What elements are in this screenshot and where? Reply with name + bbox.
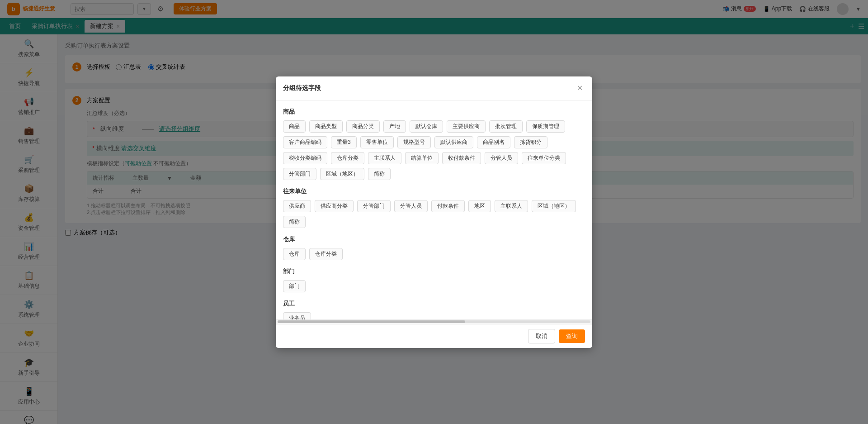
field-tag-0-20[interactable]: 分管人员	[485, 152, 518, 164]
field-tag-0-22[interactable]: 分管部门	[283, 168, 316, 180]
confirm-button[interactable]: 查询	[559, 329, 585, 343]
modal-header: 分组待选字段 ✕	[276, 76, 592, 100]
field-tags-3: 部门	[283, 280, 585, 292]
field-tag-0-1[interactable]: 商品类型	[309, 120, 343, 133]
field-tag-0-11[interactable]: 规格型号	[397, 136, 431, 148]
field-section-title-1: 往来单位	[283, 187, 585, 195]
field-section-2: 仓库仓库仓库分类	[283, 235, 585, 260]
field-tag-0-4[interactable]: 默认仓库	[410, 120, 443, 133]
modal-body: 商品商品商品类型商品分类产地默认仓库主要供应商批次管理保质期管理客户商品编码重量…	[276, 100, 592, 319]
field-tags-2: 仓库仓库分类	[283, 248, 585, 260]
field-tag-1-0[interactable]: 供应商	[283, 200, 311, 212]
field-tag-1-6[interactable]: 主联系人	[495, 200, 528, 212]
field-section-3: 部门部门	[283, 267, 585, 292]
modal-close-button[interactable]: ✕	[574, 83, 585, 94]
modal-title: 分组待选字段	[283, 84, 321, 92]
field-tag-0-3[interactable]: 产地	[383, 120, 406, 133]
field-section-title-2: 仓库	[283, 235, 585, 243]
cancel-button[interactable]: 取消	[528, 329, 555, 343]
field-section-1: 往来单位供应商供应商分类分管部门分管人员付款条件地区主联系人区域（地区）简称	[283, 187, 585, 228]
field-tag-1-2[interactable]: 分管部门	[357, 200, 391, 212]
field-tags-0: 商品商品类型商品分类产地默认仓库主要供应商批次管理保质期管理客户商品编码重量3零…	[283, 120, 585, 180]
field-tag-0-15[interactable]: 税收分类编码	[283, 152, 327, 164]
field-tag-0-9[interactable]: 重量3	[331, 136, 357, 148]
field-section-4: 员工业务员	[283, 300, 585, 319]
field-tag-2-0[interactable]: 仓库	[283, 248, 306, 260]
field-tag-2-1[interactable]: 仓库分类	[309, 248, 343, 260]
field-tag-1-7[interactable]: 区域（地区）	[532, 200, 576, 212]
field-section-title-4: 员工	[283, 300, 585, 308]
field-tag-1-5[interactable]: 地区	[468, 200, 491, 212]
field-tag-0-2[interactable]: 商品分类	[346, 120, 380, 133]
field-tag-0-0[interactable]: 商品	[283, 120, 306, 133]
field-tags-4: 业务员	[283, 312, 585, 319]
field-tag-0-17[interactable]: 主联系人	[368, 152, 401, 164]
field-selection-modal: 分组待选字段 ✕ 商品商品商品类型商品分类产地默认仓库主要供应商批次管理保质期管…	[276, 76, 592, 348]
field-tag-0-16[interactable]: 仓库分类	[331, 152, 364, 164]
scrollbar-thumb	[278, 320, 465, 323]
field-tag-4-0[interactable]: 业务员	[283, 312, 311, 319]
field-tag-0-21[interactable]: 往来单位分类	[522, 152, 566, 164]
field-tag-1-1[interactable]: 供应商分类	[315, 200, 354, 212]
field-tag-1-8[interactable]: 简称	[283, 216, 306, 228]
field-section-title-3: 部门	[283, 267, 585, 276]
field-tag-0-18[interactable]: 结算单位	[405, 152, 439, 164]
modal-overlay: 分组待选字段 ✕ 商品商品商品类型商品分类产地默认仓库主要供应商批次管理保质期管…	[0, 0, 868, 424]
field-tag-0-19[interactable]: 收付款条件	[442, 152, 481, 164]
field-tag-0-6[interactable]: 批次管理	[489, 120, 523, 133]
field-tag-1-3[interactable]: 分管人员	[394, 200, 428, 212]
field-tag-0-12[interactable]: 默认供应商	[434, 136, 473, 148]
field-tag-0-7[interactable]: 保质期管理	[526, 120, 565, 133]
field-section-title-0: 商品	[283, 108, 585, 116]
field-tag-0-5[interactable]: 主要供应商	[447, 120, 486, 133]
field-tag-0-8[interactable]: 客户商品编码	[283, 136, 327, 148]
field-tag-3-0[interactable]: 部门	[283, 280, 306, 292]
field-tag-0-14[interactable]: 拣货积分	[514, 136, 547, 148]
field-tag-0-24[interactable]: 简称	[368, 168, 391, 180]
field-tag-0-13[interactable]: 商品别名	[477, 136, 510, 148]
field-tag-0-23[interactable]: 区域（地区）	[320, 168, 364, 180]
modal-horizontal-scrollbar[interactable]	[276, 319, 592, 324]
scrollbar-track	[278, 320, 590, 323]
field-tag-1-4[interactable]: 付款条件	[431, 200, 465, 212]
modal-footer: 取消 查询	[276, 324, 592, 348]
field-tags-1: 供应商供应商分类分管部门分管人员付款条件地区主联系人区域（地区）简称	[283, 200, 585, 228]
field-tag-0-10[interactable]: 零售单位	[360, 136, 394, 148]
field-section-0: 商品商品商品类型商品分类产地默认仓库主要供应商批次管理保质期管理客户商品编码重量…	[283, 108, 585, 180]
